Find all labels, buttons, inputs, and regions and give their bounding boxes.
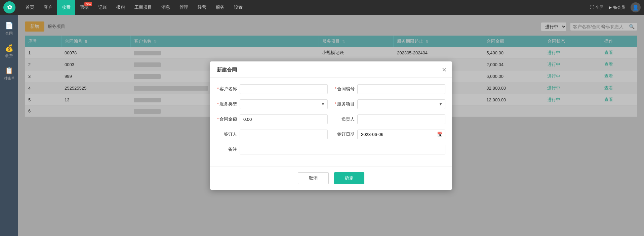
responsible-input[interactable] (357, 114, 445, 124)
nav-bills[interactable]: 票据 new (75, 0, 93, 15)
contract-icon: 📄 (5, 21, 13, 30)
service-item-label: *服务项目 (334, 101, 355, 107)
remarks-label: 备注 (217, 146, 237, 152)
sidebar-item-contract[interactable]: 📄 合同 (0, 18, 18, 39)
app-logo[interactable]: ✿ (3, 1, 15, 13)
modal-title: 新建合同 (217, 67, 237, 73)
service-type-field: *服务类型 ▼ (217, 99, 328, 109)
form-row-2: *服务类型 ▼ *服务项目 (217, 99, 445, 109)
service-item-select[interactable] (357, 99, 445, 109)
member-icon: ▶ (609, 5, 612, 10)
fees-icon: 💰 (5, 44, 13, 52)
modal-header: 新建合同 ✕ (210, 61, 452, 78)
content-area: 新增 服务项目 进行中 已完成 已终止 🔍 序号 合同编号 ⇅ (18, 15, 644, 236)
calendar-icon[interactable]: 📅 (437, 132, 443, 137)
nav-business[interactable]: 工商项目 (130, 0, 157, 15)
service-item-field: *服务项目 ▼ (334, 99, 445, 109)
form-row-4: 签订人 签订日期 📅 (217, 130, 445, 139)
top-nav: ✿ 首页 客户 收费 票据 new 记账 报税 工商项目 消息 管理 经营 服务… (0, 0, 644, 15)
contract-no-input[interactable] (357, 84, 445, 94)
service-type-select[interactable] (240, 99, 328, 109)
contract-amount-label: *合同金额 (217, 116, 237, 122)
remarks-field: 备注 (217, 145, 445, 154)
nav-service[interactable]: 服务 (211, 0, 229, 15)
service-item-select-wrap: ▼ (357, 99, 445, 109)
sign-date-field: 签订日期 📅 (334, 130, 445, 139)
customer-name-label: *客户名称 (217, 86, 237, 92)
sidebar-item-fees[interactable]: 💰 收费 (0, 41, 18, 62)
reconciliation-icon: 📋 (5, 66, 13, 75)
nav-customer[interactable]: 客户 (39, 0, 57, 15)
nav-settings[interactable]: 设置 (229, 0, 247, 15)
nav-bookkeeping[interactable]: 记账 (93, 0, 112, 15)
nav-message[interactable]: 消息 (157, 0, 175, 15)
nav-right: ⛶ 全屏 ▶ 畅会员 👤 (590, 2, 641, 12)
form-row-1: *客户名称 *合同编号 (217, 84, 445, 94)
cancel-button[interactable]: 取消 (298, 172, 329, 184)
signer-field: 签订人 (217, 130, 328, 139)
main-layout: 📄 合同 💰 收费 📋 对账单 新增 服务项目 进行中 已完成 已终止 🔍 (0, 15, 644, 236)
contract-no-label: *合同编号 (334, 86, 355, 92)
customer-name-field: *客户名称 (217, 84, 328, 94)
sign-date-wrap: 📅 (357, 130, 445, 139)
nav-operation[interactable]: 经营 (193, 0, 211, 15)
fullscreen-icon: ⛶ (590, 5, 594, 10)
new-contract-modal: 新建合同 ✕ *客户名称 *合同编号 (210, 61, 452, 190)
remarks-input[interactable] (240, 145, 445, 154)
modal-overlay: 新建合同 ✕ *客户名称 *合同编号 (18, 15, 644, 236)
signer-input[interactable] (240, 130, 328, 139)
modal-footer: 取消 确定 (210, 167, 452, 190)
contract-amount-input[interactable] (240, 114, 328, 124)
nav-items: 首页 客户 收费 票据 new 记账 报税 工商项目 消息 管理 经营 服务 设… (21, 0, 590, 15)
nav-tax[interactable]: 报税 (112, 0, 130, 15)
member-button[interactable]: ▶ 畅会员 (609, 5, 625, 10)
sign-date-input[interactable] (357, 130, 445, 139)
nav-home[interactable]: 首页 (21, 0, 39, 15)
confirm-button[interactable]: 确定 (334, 172, 364, 184)
contract-amount-field: *合同金额 (217, 114, 328, 124)
new-badge: new (84, 2, 92, 6)
fullscreen-button[interactable]: ⛶ 全屏 (590, 5, 603, 10)
sidebar-item-reconciliation[interactable]: 📋 对账单 (0, 63, 18, 84)
nav-fees[interactable]: 收费 (57, 0, 75, 15)
form-row-3: *合同金额 负责人 (217, 114, 445, 124)
nav-manage[interactable]: 管理 (175, 0, 193, 15)
customer-name-input[interactable] (240, 84, 328, 94)
responsible-label: 负责人 (334, 116, 355, 122)
avatar[interactable]: 👤 (631, 2, 641, 12)
form-row-5: 备注 (217, 145, 445, 154)
signer-label: 签订人 (217, 131, 237, 137)
responsible-field: 负责人 (334, 114, 445, 124)
service-type-label: *服务类型 (217, 101, 237, 107)
service-type-select-wrap: ▼ (240, 99, 328, 109)
modal-body: *客户名称 *合同编号 (210, 78, 452, 167)
contract-no-field: *合同编号 (334, 84, 445, 94)
modal-close-button[interactable]: ✕ (442, 66, 447, 74)
sidebar: 📄 合同 💰 收费 📋 对账单 (0, 15, 18, 236)
sign-date-label: 签订日期 (334, 131, 355, 137)
